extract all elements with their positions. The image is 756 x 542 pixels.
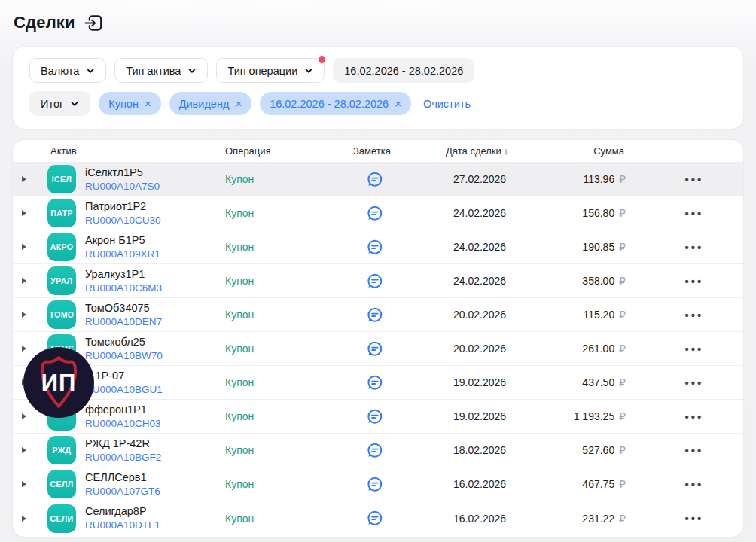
asset-isin-link[interactable]: RU000A10BGU1	[85, 383, 163, 397]
column-header-date-sort[interactable]: Дата сделки ↓	[446, 145, 514, 157]
note-icon[interactable]	[366, 442, 383, 459]
asset-isin-link[interactable]: RU000A10CU30	[85, 214, 161, 227]
table-row[interactable]: Б 1Р-07 RU000A10BGU1 Купон 19.02.2026 43…	[13, 366, 743, 400]
filter-chip-coupon[interactable]: Купон ×	[99, 92, 160, 115]
note-icon[interactable]	[366, 408, 383, 425]
row-expand-arrow-icon[interactable]	[22, 244, 26, 250]
currency-filter-button[interactable]: Валюта	[29, 58, 106, 83]
note-icon[interactable]	[366, 340, 383, 358]
asset-ticker-badge: ТОМО	[47, 300, 76, 329]
total-dropdown-label: Итог	[41, 98, 63, 110]
operation-label: Купон	[225, 343, 353, 355]
row-menu-button[interactable]: •••	[685, 207, 704, 220]
row-expand-arrow-icon[interactable]	[22, 278, 26, 284]
table-header-row: Актив Операция Заметка Дата сделки ↓ Сум…	[13, 140, 743, 163]
row-menu-button[interactable]: •••	[685, 241, 704, 254]
asset-isin-link[interactable]: RU000A10CH03	[85, 417, 161, 431]
close-icon[interactable]: ×	[145, 98, 151, 109]
date-range-label: 16.02.2026 - 28.02.2026	[344, 65, 463, 77]
close-icon[interactable]: ×	[395, 98, 401, 109]
row-expand-arrow-icon[interactable]	[22, 346, 26, 352]
row-expand-arrow-icon[interactable]	[22, 312, 26, 318]
note-icon[interactable]	[366, 374, 383, 391]
table-row[interactable]: УРАЛ Уралкуз1Р1 RU000A10C6M3 Купон 24.02…	[13, 264, 743, 298]
row-expand-arrow-icon[interactable]	[22, 447, 26, 453]
close-icon[interactable]: ×	[235, 98, 242, 109]
table-row[interactable]: АКРО Акрон Б1Р5 RU000A109XR1 Купон 24.02…	[13, 230, 743, 264]
row-menu-button[interactable]: •••	[685, 444, 704, 457]
amount-value: 115.20	[583, 309, 617, 321]
table-row[interactable]: СЕЛИ Селигдар8P RU000A10DTF1 Купон 16.02…	[13, 501, 743, 535]
table-row[interactable]: фферон1Р1 RU000A10CH03 Купон 19.02.2026 …	[13, 400, 743, 434]
amount-value: 358.00	[582, 275, 617, 287]
chevron-down-icon	[86, 66, 95, 75]
operation-label: Купон	[225, 173, 353, 185]
currency-symbol: ₽	[619, 343, 626, 355]
table-row[interactable]: РЖД РЖД 1Р-42R RU000A10BGF2 Купон 18.02.…	[13, 434, 743, 467]
row-expand-arrow-icon[interactable]	[22, 379, 26, 385]
filter-chip-date-range[interactable]: 16.02.2026 - 28.02.2026 ×	[260, 92, 411, 115]
total-dropdown-button[interactable]: Итог	[29, 91, 90, 116]
deal-date: 24.02.2026	[446, 275, 514, 287]
asset-isin-link[interactable]: RU000A10DEN7	[85, 315, 162, 329]
currency-symbol: ₽	[619, 309, 626, 321]
row-menu-button[interactable]: •••	[685, 410, 704, 423]
deal-date: 24.02.2026	[446, 241, 514, 253]
amount-value: 261.00	[582, 343, 617, 355]
asset-isin-link[interactable]: RU000A10BW70	[85, 349, 163, 363]
row-expand-arrow-icon[interactable]	[22, 516, 26, 522]
asset-isin-link[interactable]: RU000A10BGF2	[85, 451, 161, 464]
filter-row-top: Валюта Тип актива Тип операции 16.02.2	[29, 58, 727, 83]
note-icon[interactable]	[366, 205, 383, 222]
note-icon[interactable]	[366, 239, 383, 256]
row-menu-button[interactable]: •••	[685, 309, 704, 321]
column-header-note: Заметка	[353, 145, 446, 157]
note-icon[interactable]	[366, 476, 383, 493]
date-range-button[interactable]: 16.02.2026 - 28.02.2026	[333, 58, 474, 83]
row-menu-button[interactable]: •••	[685, 275, 704, 288]
asset-isin-link[interactable]: RU000A10A7S0	[85, 180, 160, 193]
asset-isin-link[interactable]: RU000A109XR1	[85, 248, 160, 261]
asset-isin-link[interactable]: RU000A10C6M3	[85, 282, 162, 295]
row-menu-button[interactable]: •••	[685, 512, 704, 525]
row-menu-button[interactable]: •••	[685, 376, 704, 389]
asset-isin-link[interactable]: RU000A107GT6	[85, 485, 160, 498]
note-icon[interactable]	[366, 273, 383, 290]
column-header-date-label: Дата сделки	[446, 145, 501, 157]
table-row[interactable]: СЕЛЛ СЕЛЛСерв1 RU000A107GT6 Купон 16.02.…	[13, 467, 743, 501]
asset-ticker-badge: СЕЛИ	[47, 504, 76, 533]
note-icon[interactable]	[366, 510, 383, 527]
asset-ticker-badge: ПАТР	[47, 199, 76, 227]
row-expand-arrow-icon[interactable]	[22, 481, 26, 487]
asset-ticker-badge: ICEЛ	[47, 165, 76, 193]
page-title: Сделки	[14, 13, 75, 32]
asset-ticker-badge: РЖД	[47, 436, 76, 464]
filter-chip-dividend[interactable]: Дивиденд ×	[169, 92, 251, 115]
row-menu-button[interactable]: •••	[685, 478, 704, 491]
column-header-asset: Актив	[35, 145, 225, 157]
note-icon[interactable]	[366, 306, 383, 324]
open-deals-icon[interactable]	[84, 13, 104, 33]
deal-date: 16.02.2026	[446, 513, 514, 525]
operation-label: Купон	[225, 444, 353, 456]
table-row[interactable]: ТОМС Томскобл25 RU000A10BW70 Купон 20.02…	[13, 332, 743, 366]
row-expand-arrow-icon[interactable]	[22, 210, 26, 216]
operation-type-filter-button[interactable]: Тип операции	[216, 58, 325, 83]
note-icon[interactable]	[366, 171, 383, 188]
table-row[interactable]: ICEЛ iСелктл1Р5 RU000A10A7S0 Купон 27.02…	[13, 163, 743, 196]
operation-label: Купон	[225, 478, 353, 490]
row-expand-arrow-icon[interactable]	[22, 176, 26, 182]
asset-isin-link[interactable]: RU000A10DTF1	[85, 519, 160, 532]
asset-name: ТомОб34075	[85, 301, 225, 315]
deal-date: 19.02.2026	[446, 410, 514, 422]
row-expand-arrow-icon[interactable]	[22, 413, 26, 419]
row-menu-button[interactable]: •••	[685, 173, 704, 186]
table-row[interactable]: ТОМО ТомОб34075 RU000A10DEN7 Купон 20.02…	[13, 298, 743, 332]
table-row[interactable]: ПАТР Патриот1Р2 RU000A10CU30 Купон 24.02…	[13, 196, 743, 230]
clear-filters-link[interactable]: Очистить	[423, 98, 471, 110]
asset-type-filter-button[interactable]: Тип актива	[114, 58, 208, 83]
amount-value: 113.96	[583, 173, 617, 185]
deal-date: 19.02.2026	[446, 376, 514, 388]
row-menu-button[interactable]: •••	[685, 343, 704, 355]
deal-date: 27.02.2026	[446, 173, 514, 185]
